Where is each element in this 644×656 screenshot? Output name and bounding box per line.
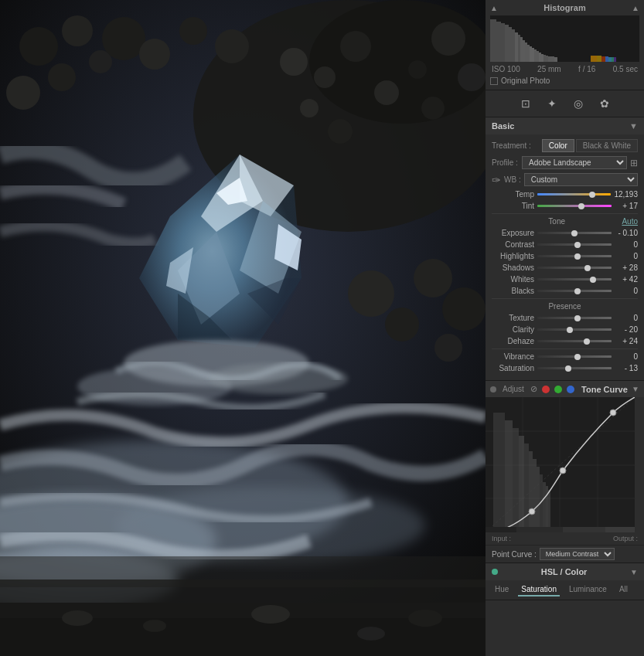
clarity-slider-thumb[interactable] [567, 327, 573, 333]
temp-value: 12,193 [614, 190, 638, 199]
original-photo-checkbox[interactable] [490, 77, 498, 85]
svg-rect-59 [515, 32, 518, 62]
tc-output-label: Output : [613, 535, 638, 542]
heal-tool-icon[interactable]: ✦ [543, 95, 561, 112]
svg-rect-54 [496, 22, 501, 62]
tc-blue-dot[interactable] [567, 386, 574, 393]
tint-slider-thumb[interactable] [578, 203, 584, 209]
tc-channel-icon[interactable]: ⊘ [530, 384, 537, 394]
tc-point-curve-select[interactable]: Medium Contrast [540, 548, 615, 560]
basic-section-header[interactable]: Basic ▼ [486, 117, 644, 134]
profile-grid-icon[interactable]: ⊞ [630, 158, 638, 168]
svg-point-11 [300, 99, 319, 117]
texture-slider-track[interactable] [537, 317, 612, 319]
brush-tool-icon[interactable]: ✿ [596, 95, 613, 112]
texture-value: 0 [615, 314, 638, 322]
tone-curve-section: Adjust ⊘ Tone Curve ▼ [486, 381, 644, 563]
clarity-slider-track[interactable] [537, 328, 612, 331]
blacks-slider-track[interactable] [537, 290, 612, 292]
bw-treatment-btn[interactable]: Black & White [576, 139, 638, 152]
whites-label: Whites [492, 275, 534, 284]
vibrance-slider-row: Vibrance 0 [492, 352, 638, 361]
histogram-triangle-icon: ▲ [490, 4, 498, 12]
svg-rect-55 [501, 23, 505, 62]
wb-label: WB : [504, 175, 521, 184]
clarity-label: Clarity [492, 325, 534, 334]
dehaze-slider-track[interactable] [537, 340, 612, 342]
hsl-section-header[interactable]: HSL / Color ▼ [486, 563, 644, 580]
contrast-slider-row: Contrast 0 [492, 240, 638, 249]
contrast-slider-thumb[interactable] [574, 242, 581, 248]
tint-slider-track[interactable] [537, 205, 612, 207]
vibrance-slider-thumb[interactable] [574, 354, 581, 360]
saturation-slider-track[interactable] [537, 367, 612, 369]
highlights-slider-thumb[interactable] [574, 253, 581, 260]
svg-rect-69 [539, 53, 541, 62]
adjust-label: Adjust [503, 385, 524, 393]
dehaze-value: + 24 [615, 337, 638, 345]
shadows-slider-track[interactable] [537, 267, 612, 269]
whites-slider-thumb[interactable] [590, 277, 596, 283]
blacks-value: 0 [615, 287, 638, 295]
presence-title: Presence [492, 302, 638, 311]
contrast-slider-track[interactable] [537, 243, 612, 246]
hsl-tab-all[interactable]: All [616, 583, 631, 597]
svg-point-5 [340, 31, 371, 62]
hsl-enabled-dot[interactable] [492, 569, 498, 575]
tc-red-dot[interactable] [542, 386, 550, 393]
svg-point-45 [385, 308, 419, 342]
svg-rect-91 [505, 420, 513, 529]
tc-point-curve-label: Point Curve : [492, 550, 537, 559]
crop-tool-icon[interactable]: ⊡ [517, 95, 534, 112]
svg-rect-76 [591, 56, 597, 62]
red-eye-tool-icon[interactable]: ◎ [570, 95, 587, 112]
exposure-slider-thumb[interactable] [571, 230, 578, 236]
whites-slider-track[interactable] [537, 278, 612, 280]
shadows-slider-thumb[interactable] [584, 265, 591, 271]
temp-slider-track[interactable] [537, 193, 611, 195]
color-treatment-btn[interactable]: Color [542, 139, 574, 152]
profile-dropdown[interactable]: Adobe Landscape [522, 156, 627, 169]
highlights-slider-row: Highlights 0 [492, 252, 638, 260]
svg-point-43 [408, 610, 442, 627]
temp-slider-thumb[interactable] [589, 192, 595, 198]
blacks-slider-thumb[interactable] [574, 288, 581, 294]
tone-curve-icons: ⊘ [530, 384, 574, 394]
vibrance-slider-track[interactable] [537, 355, 612, 358]
hsl-tab-luminance[interactable]: Luminance [566, 583, 610, 597]
tone-curve-toggle[interactable] [490, 386, 496, 393]
tone-divider [492, 213, 638, 214]
wb-eyedropper-icon[interactable]: ✑ [492, 174, 501, 186]
vibrance-divider [492, 348, 638, 349]
hsl-tab-hue[interactable]: Hue [492, 583, 512, 597]
svg-point-46 [414, 259, 452, 297]
dehaze-slider-thumb[interactable] [584, 338, 590, 345]
treatment-buttons: Color Black & White [542, 139, 638, 152]
svg-rect-101 [548, 490, 550, 529]
svg-rect-78 [601, 56, 605, 62]
saturation-slider-thumb[interactable] [565, 365, 571, 372]
profile-label: Profile : [492, 158, 519, 167]
vibrance-value: 0 [615, 352, 638, 361]
exposure-slider-track[interactable] [537, 232, 612, 234]
blacks-label: Blacks [492, 287, 534, 295]
presence-divider [492, 298, 638, 299]
tools-row: ⊡ ✦ ◎ ✿ [486, 90, 644, 117]
auto-btn[interactable]: Auto [622, 217, 638, 226]
svg-rect-90 [493, 413, 505, 529]
dehaze-label: Dehaze [492, 337, 534, 345]
highlights-slider-track[interactable] [537, 255, 612, 257]
original-photo-label: Original Photo [501, 76, 550, 85]
blacks-slider-row: Blacks 0 [492, 287, 638, 295]
tone-curve-header[interactable]: Adjust ⊘ Tone Curve ▼ [486, 381, 644, 397]
right-panel: ▲ Histogram ▲ [486, 0, 644, 656]
wb-dropdown[interactable]: Custom [524, 173, 638, 186]
svg-rect-80 [608, 57, 612, 62]
hsl-tab-saturation[interactable]: Saturation [518, 583, 560, 597]
tc-green-dot[interactable] [554, 386, 562, 393]
texture-slider-thumb[interactable] [574, 315, 581, 321]
svg-point-48 [442, 287, 486, 331]
svg-point-42 [357, 627, 385, 641]
svg-rect-74 [551, 56, 554, 62]
hsl-collapse-icon: ▼ [630, 568, 638, 576]
